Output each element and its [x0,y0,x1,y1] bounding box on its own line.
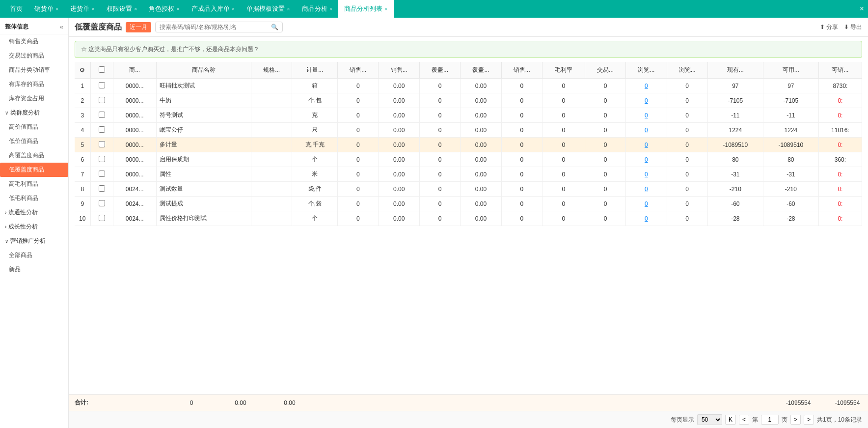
browse1-column-header[interactable]: 浏览... [626,62,667,79]
content-header: 低覆盖度商品 近一月 🔍 ⬆ 分享 ⬇ 导出 [69,18,868,37]
row-select-checkbox[interactable] [99,112,105,118]
cover1-column-header[interactable]: 覆盖... [419,62,460,79]
code-column-header[interactable]: 商... [113,62,156,79]
close-icon[interactable]: × [287,6,290,12]
row-browse1[interactable]: 0 [626,108,667,123]
time-filter-button[interactable]: 近一月 [126,22,151,32]
sidebar-group-marketing[interactable]: ∨ 营销推广分析 [0,234,68,248]
sidebar-item-high-value[interactable]: 高价值商品 [0,120,68,134]
sidebar-item-inventory-goods[interactable]: 有库存的商品 [0,77,68,91]
sidebar-item-inventory-capital[interactable]: 库存资金占用 [0,91,68,106]
row-select-checkbox[interactable] [99,126,105,133]
nav-tab-analysis[interactable]: 商品分析 × [296,0,338,18]
row-checkbox[interactable] [90,138,113,152]
prev-page-button[interactable]: < [739,415,749,425]
row-browse1[interactable]: 0 [626,79,667,93]
row-select-checkbox[interactable] [99,97,105,103]
row-select-checkbox[interactable] [99,200,105,206]
row-checkbox[interactable] [90,167,113,182]
nav-tab-permissions[interactable]: 权限设置 × [101,0,143,18]
sidebar-item-low-coverage[interactable]: 低覆盖度商品 [0,163,68,177]
row-select-checkbox[interactable] [99,141,105,147]
next-page-button[interactable]: > [790,415,801,425]
close-icon[interactable]: × [329,6,332,12]
close-icon[interactable]: × [134,6,137,12]
name-column-header[interactable]: 商品名称 [156,62,251,79]
sidebar-item-high-coverage[interactable]: 高覆盖度商品 [0,148,68,163]
row-select-checkbox[interactable] [99,185,105,192]
checkbox-column-header[interactable] [90,62,113,79]
cover2-column-header[interactable]: 覆盖... [461,62,501,79]
page-input[interactable] [761,415,779,425]
row-browse1[interactable]: 0 [626,152,667,167]
page-size-select[interactable]: 50 10 20 100 [697,414,722,425]
row-checkbox[interactable] [90,108,113,123]
sidebar-group-flow[interactable]: › 流通性分析 [0,205,68,220]
row-select-checkbox[interactable] [99,171,105,177]
sidebar-item-low-margin[interactable]: 低毛利商品 [0,191,68,205]
sidebar-header[interactable]: 整体信息 « [0,20,68,34]
row-browse1[interactable]: 0 [626,197,667,211]
close-icon[interactable]: × [55,6,58,12]
export-button[interactable]: ⬇ 导出 [844,23,862,31]
sidebar-item-new-goods[interactable]: 新品 [0,262,68,277]
spec-column-header[interactable]: 规格... [251,62,292,79]
sidebar-group-growth[interactable]: › 成长性分析 [0,220,68,234]
search-input[interactable] [160,24,271,30]
row-browse1[interactable]: 0 [626,167,667,182]
row-checkbox[interactable] [90,211,113,226]
nav-tab-sales[interactable]: 销货单 × [28,0,64,18]
sidebar-group-cluster[interactable]: ∨ 类群度分析 [0,106,68,120]
row-checkbox[interactable] [90,123,113,138]
nav-tab-analysis-list[interactable]: 商品分析列表 × [338,0,393,18]
select-all-checkbox[interactable] [99,66,105,73]
nav-tab-template[interactable]: 单据模板设置 × [241,0,296,18]
nav-tab-home[interactable]: 首页 [4,0,28,18]
sidebar-item-traded-goods[interactable]: 交易过的商品 [0,49,68,63]
avail-stock-column-header[interactable]: 可用... [763,62,818,79]
browse2-column-header[interactable]: 浏览... [667,62,707,79]
row-checkbox[interactable] [90,152,113,167]
close-all-button[interactable]: × [860,4,864,13]
trade-column-header[interactable]: 交易... [585,62,625,79]
row-cover2: 0.00 [461,197,501,211]
nav-tab-roles[interactable]: 角色授权 × [143,0,185,18]
last-page-button[interactable]: > [804,415,814,425]
sales2-column-header[interactable]: 销售... [501,62,542,79]
sellable-column-header[interactable]: 可销... [818,62,862,79]
row-browse1[interactable]: 0 [626,182,667,197]
search-icon[interactable]: 🔍 [271,24,278,30]
sidebar-item-high-margin[interactable]: 高毛利商品 [0,177,68,191]
row-checkbox[interactable] [90,79,113,93]
first-page-button[interactable]: K [725,415,736,425]
row-checkbox[interactable] [90,182,113,197]
gross-rate-column-header[interactable]: 毛利率 [542,62,585,79]
row-select-checkbox[interactable] [99,82,105,88]
row-browse1[interactable]: 0 [626,211,667,226]
close-icon[interactable]: × [176,6,179,12]
row-cover2: 0.00 [461,79,501,93]
close-icon[interactable]: × [384,6,387,12]
unit-column-header[interactable]: 计量... [292,62,338,79]
sidebar-item-all-goods[interactable]: 全部商品 [0,248,68,262]
row-checkbox[interactable] [90,93,113,108]
sidebar-item-category-rate[interactable]: 商品分类动销率 [0,63,68,77]
row-select-checkbox[interactable] [99,215,105,221]
row-browse1[interactable]: 0 [626,138,667,152]
sales-amt-column-header[interactable]: 销售... [379,62,419,79]
nav-tab-product-warehouse[interactable]: 产成品入库单 × [186,0,241,18]
share-button[interactable]: ⬆ 分享 [820,23,838,31]
row-select-checkbox[interactable] [99,156,105,162]
row-browse1[interactable]: 0 [626,123,667,138]
sidebar-item-low-value[interactable]: 低价值商品 [0,134,68,148]
close-icon[interactable]: × [91,6,94,12]
row-checkbox[interactable] [90,197,113,211]
sidebar-item-sales-goods[interactable]: 销售类商品 [0,34,68,49]
current-stock-column-header[interactable]: 现有... [707,62,763,79]
sales-qty-column-header[interactable]: 销售... [338,62,379,79]
settings-column-header[interactable]: ⚙ [75,62,90,79]
sidebar-collapse-icon[interactable]: « [60,23,63,30]
nav-tab-purchase[interactable]: 进货单 × [64,0,100,18]
row-browse1[interactable]: 0 [626,93,667,108]
close-icon[interactable]: × [232,6,235,12]
